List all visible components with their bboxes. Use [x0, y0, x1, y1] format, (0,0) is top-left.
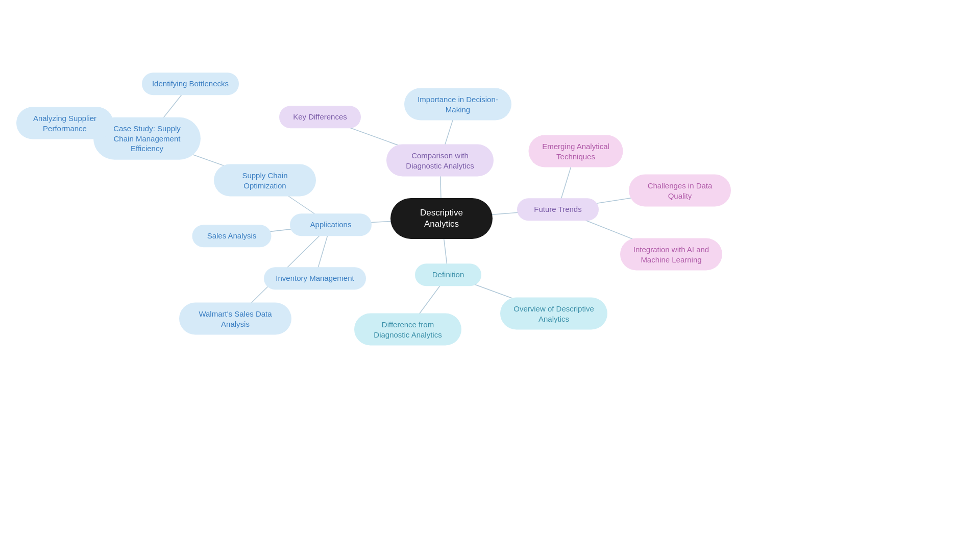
node-applications[interactable]: Applications [290, 213, 372, 236]
mindmap-container: Descriptive AnalyticsApplicationsCompari… [0, 0, 980, 553]
node-definition[interactable]: Definition [415, 263, 481, 286]
node-walmart[interactable]: Walmart's Sales Data Analysis [179, 303, 291, 335]
node-challenges[interactable]: Challenges in Data Quality [629, 175, 731, 207]
node-integration[interactable]: Integration with AI and Machine Learning [620, 238, 722, 271]
node-future-trends[interactable]: Future Trends [517, 198, 599, 221]
node-supply-chain[interactable]: Supply Chain Optimization [214, 164, 316, 197]
node-difference[interactable]: Difference from Diagnostic Analytics [354, 314, 461, 346]
node-importance[interactable]: Importance in Decision-Making [404, 88, 511, 121]
node-overview[interactable]: Overview of Descriptive Analytics [500, 298, 607, 330]
node-inventory[interactable]: Inventory Management [264, 267, 366, 290]
node-emerging[interactable]: Emerging Analytical Techniques [529, 135, 623, 167]
node-comparison[interactable]: Comparison with Diagnostic Analytics [386, 145, 494, 177]
node-analyzing[interactable]: Analyzing Supplier Performance [16, 107, 113, 139]
node-identifying[interactable]: Identifying Bottlenecks [142, 73, 239, 95]
node-sales-analysis[interactable]: Sales Analysis [192, 225, 272, 247]
node-key-differences[interactable]: Key Differences [279, 106, 361, 128]
node-center[interactable]: Descriptive Analytics [390, 198, 493, 239]
